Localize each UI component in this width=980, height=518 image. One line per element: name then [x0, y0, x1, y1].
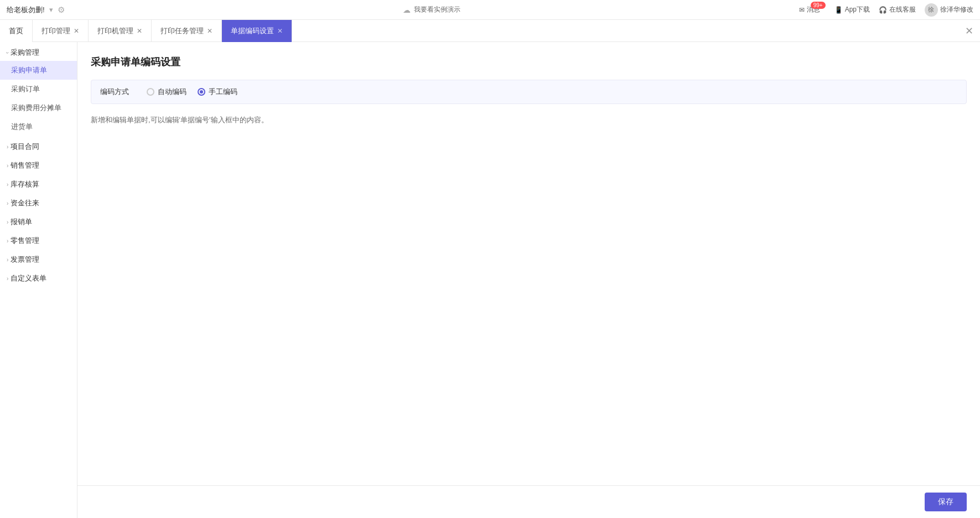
radio-manual-label: 手工编码	[209, 87, 237, 97]
sidebar-item-stock-in[interactable]: 进货单	[0, 117, 77, 136]
top-bar-left: 给老板勿删! ▾ ⚙	[7, 5, 65, 15]
sidebar-item-purchase-request[interactable]: 采购申请单	[0, 61, 77, 80]
online-service-btn[interactable]: 🎧 在线客服	[879, 5, 916, 14]
sidebar-group-inventory-title[interactable]: › 库存核算	[0, 174, 77, 193]
tab-printer-mgmt[interactable]: 打印机管理 ✕	[89, 20, 152, 42]
sidebar-item-purchase-request-label: 采购申请单	[11, 66, 47, 74]
sidebar-group-project-title[interactable]: › 项目合同	[0, 136, 77, 155]
sidebar-item-purchase-order-label: 采购订单	[11, 85, 40, 93]
chevron-custom-icon: ›	[7, 276, 8, 282]
app-download-btn[interactable]: 📱 App下载	[834, 5, 870, 14]
encode-label: 编码方式	[100, 87, 129, 97]
content-footer: 保存	[77, 485, 980, 518]
sidebar-group-sales-label: 销售管理	[11, 160, 39, 170]
chevron-retail-icon: ›	[7, 238, 8, 244]
content-area: 采购申请单编码设置 编码方式 自动编码 手工编码 新增和编辑单据时,可以编辑'单…	[77, 42, 980, 518]
message-icon: ✉	[799, 6, 805, 14]
sidebar-group-sales-title[interactable]: › 销售管理	[0, 155, 77, 174]
encode-section: 编码方式 自动编码 手工编码	[91, 80, 967, 104]
sidebar-group-custom-label: 自定义表单	[11, 273, 46, 283]
chevron-project-icon: ›	[7, 144, 8, 150]
tab-single-code-close[interactable]: ✕	[277, 27, 283, 35]
sidebar-group-retail: › 零售管理	[0, 230, 77, 249]
sidebar-group-returns: › 报销单	[0, 211, 77, 230]
sidebar-group-inventory: › 库存核算	[0, 174, 77, 193]
tab-printer-mgmt-label: 打印机管理	[97, 26, 133, 36]
sidebar-group-funds-label: 资金往来	[11, 198, 39, 208]
chevron-returns-icon: ›	[7, 219, 8, 225]
sidebar-group-custom: › 自定义表单	[0, 268, 77, 287]
sidebar-item-purchase-order[interactable]: 采购订单	[0, 80, 77, 99]
radio-manual[interactable]: 手工编码	[198, 87, 237, 97]
sidebar-group-purchase-title[interactable]: › 采购管理	[0, 42, 77, 61]
sidebar-item-stock-in-label: 进货单	[11, 122, 33, 131]
sidebar-group-invoice: › 发票管理	[0, 249, 77, 268]
message-btn[interactable]: ✉ 消息 99+	[799, 5, 820, 14]
sidebar-group-sales: › 销售管理	[0, 155, 77, 174]
chevron-funds-icon: ›	[7, 200, 8, 206]
radio-auto[interactable]: 自动编码	[147, 87, 186, 97]
sidebar-group-retail-title[interactable]: › 零售管理	[0, 230, 77, 249]
avatar: 徐	[925, 3, 938, 17]
settings-icon[interactable]: ⚙	[58, 5, 65, 15]
download-icon: 📱	[834, 6, 843, 14]
tab-print-task-close[interactable]: ✕	[207, 27, 212, 35]
tab-single-code[interactable]: 单据编码设置 ✕	[222, 20, 292, 42]
tab-print-mgmt-label: 打印管理	[42, 26, 70, 36]
message-badge: 99+	[811, 2, 826, 9]
search-hint: 我要看实例演示	[414, 5, 460, 14]
sidebar-item-purchase-expense-label: 采购费用分摊单	[11, 103, 61, 112]
tab-print-mgmt[interactable]: 打印管理 ✕	[33, 20, 89, 42]
sidebar-group-custom-title[interactable]: › 自定义表单	[0, 268, 77, 287]
chevron-purchase-icon: ›	[4, 51, 11, 53]
sidebar-group-funds-title[interactable]: › 资金往来	[0, 193, 77, 211]
sidebar-group-project: › 项目合同	[0, 136, 77, 155]
sidebar-item-purchase-expense[interactable]: 采购费用分摊单	[0, 99, 77, 117]
tab-home[interactable]: 首页	[0, 20, 33, 42]
radio-auto-circle	[147, 88, 154, 96]
tab-print-mgmt-close[interactable]: ✕	[74, 27, 79, 35]
tab-home-label: 首页	[9, 26, 23, 36]
main-layout: › 采购管理 采购申请单 采购订单 采购费用分摊单 进货单 › 项目合同	[0, 42, 980, 518]
sidebar: › 采购管理 采购申请单 采购订单 采购费用分摊单 进货单 › 项目合同	[0, 42, 77, 518]
sidebar-group-project-label: 项目合同	[11, 142, 39, 152]
user-avatar-btn[interactable]: 徐 徐泽华修改	[925, 3, 973, 17]
sidebar-group-purchase-label: 采购管理	[11, 48, 39, 58]
sidebar-group-inventory-label: 库存核算	[11, 179, 39, 189]
sidebar-group-returns-label: 报销单	[11, 217, 32, 227]
page-title: 采购申请单编码设置	[91, 55, 967, 69]
top-bar-right: ✉ 消息 99+ 📱 App下载 🎧 在线客服 徐 徐泽华修改	[799, 3, 973, 17]
sidebar-group-retail-label: 零售管理	[11, 236, 39, 246]
sidebar-group-invoice-label: 发票管理	[11, 255, 39, 265]
cloud-icon: ☁	[403, 6, 411, 14]
hint-text: 新增和编辑单据时,可以编辑'单据编号'输入框中的内容。	[91, 115, 967, 125]
user-name: 徐泽华修改	[940, 5, 973, 14]
online-service-label: 在线客服	[889, 5, 916, 14]
sidebar-group-funds: › 资金往来	[0, 193, 77, 211]
tab-single-code-label: 单据编码设置	[231, 26, 274, 36]
tab-printer-mgmt-close[interactable]: ✕	[137, 27, 142, 35]
sidebar-group-purchase: › 采购管理 采购申请单 采购订单 采购费用分摊单 进货单	[0, 42, 77, 136]
search-area[interactable]: ☁ 我要看实例演示	[403, 5, 460, 14]
chevron-inventory-icon: ›	[7, 182, 8, 188]
tab-bar: 首页 打印管理 ✕ 打印机管理 ✕ 打印任务管理 ✕ 单据编码设置 ✕ ✕	[0, 20, 980, 42]
dropdown-icon[interactable]: ▾	[49, 6, 53, 14]
sidebar-group-invoice-title[interactable]: › 发票管理	[0, 249, 77, 268]
headset-icon: 🎧	[879, 6, 887, 14]
top-bar: 给老板勿删! ▾ ⚙ ☁ 我要看实例演示 ✉ 消息 99+ 📱 App下载 🎧 …	[0, 0, 980, 20]
radio-group: 自动编码 手工编码	[147, 87, 237, 97]
tab-bar-close-btn[interactable]: ✕	[958, 25, 980, 37]
chevron-sales-icon: ›	[7, 163, 8, 169]
radio-manual-circle	[198, 88, 205, 96]
chevron-invoice-icon: ›	[7, 257, 8, 263]
brand-label: 给老板勿删!	[7, 5, 45, 15]
sidebar-group-returns-title[interactable]: › 报销单	[0, 211, 77, 230]
tab-print-task[interactable]: 打印任务管理 ✕	[152, 20, 222, 42]
radio-auto-label: 自动编码	[158, 87, 186, 97]
content-body: 采购申请单编码设置 编码方式 自动编码 手工编码 新增和编辑单据时,可以编辑'单…	[77, 42, 980, 485]
save-button[interactable]: 保存	[925, 493, 967, 511]
app-download-label: App下载	[845, 5, 870, 14]
tab-print-task-label: 打印任务管理	[160, 26, 204, 36]
